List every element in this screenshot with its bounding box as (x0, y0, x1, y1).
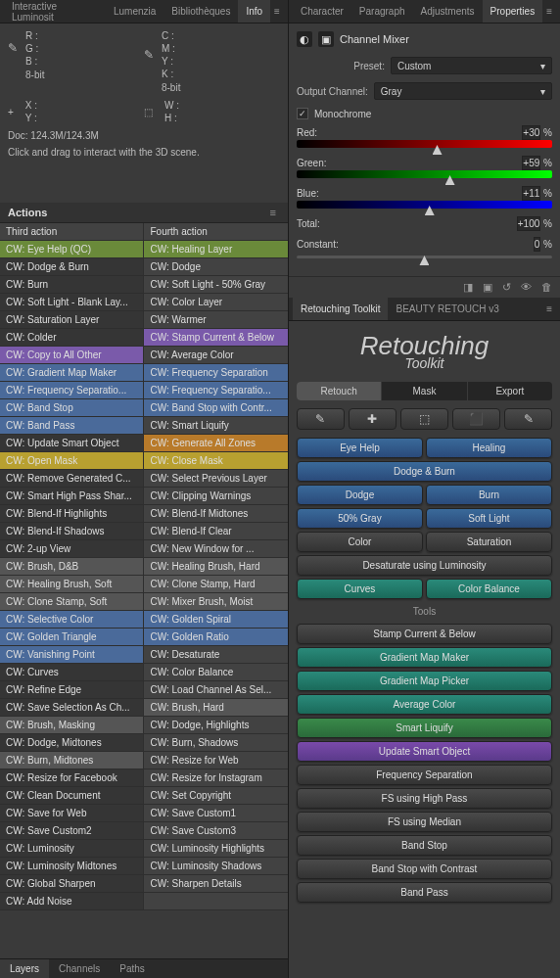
action-cell[interactable]: CW: Healing Brush, Hard (144, 558, 287, 575)
tab-adjustments[interactable]: Adjustments (413, 0, 483, 23)
action-cell[interactable]: CW: Gradient Map Maker (0, 364, 144, 381)
action-cell[interactable]: CW: Selective Color (0, 611, 144, 628)
rt-button[interactable]: Gradient Map Maker (297, 647, 552, 668)
action-cell[interactable]: CW: Average Color (144, 347, 287, 363)
action-cell[interactable]: CW: Blend-If Midtones (144, 505, 287, 522)
actions-list[interactable]: Third actionFourth actionCW: Eye Help (Q… (0, 223, 288, 958)
action-cell[interactable]: CW: Clone Stamp, Soft (0, 593, 144, 610)
rt-button[interactable]: FS using High Pass (297, 788, 552, 809)
slider[interactable] (297, 170, 552, 178)
tab-properties[interactable]: Properties (483, 0, 543, 23)
rt-button[interactable]: Band Pass (297, 882, 552, 903)
preset-select[interactable]: Custom▾ (391, 57, 552, 74)
clip-icon[interactable]: ◨ (463, 281, 473, 294)
rt-button[interactable]: Band Stop with Contrast (297, 859, 552, 879)
action-cell[interactable]: CW: Colder (0, 329, 144, 346)
action-cell[interactable]: CW: Global Sharpen (0, 875, 144, 892)
action-cell[interactable]: CW: Smart High Pass Shar... (0, 488, 144, 504)
rt-button[interactable]: Update Smart Object (297, 741, 552, 762)
rt-button[interactable]: Band Stop (297, 835, 552, 856)
tool-icon[interactable]: ✚ (349, 408, 397, 430)
action-cell[interactable]: CW: Resize for Facebook (0, 769, 144, 786)
action-cell[interactable]: CW: Golden Spiral (144, 611, 287, 628)
action-cell[interactable]: CW: Frequency Separatio... (144, 382, 287, 398)
tab-retouch[interactable]: BEAUTY RETOUCH v3 (388, 298, 506, 320)
action-cell[interactable]: CW: Vanishing Point (0, 646, 144, 663)
mode-export[interactable]: Export (468, 382, 552, 400)
tab-retouch[interactable]: Retouching Toolkit (293, 298, 389, 320)
action-cell[interactable]: CW: Save Selection As Ch... (0, 699, 144, 716)
tab-character[interactable]: Character (293, 0, 351, 23)
action-cell[interactable]: CW: Resize for Instagram (144, 769, 287, 786)
action-cell[interactable]: CW: Eye Help (QC) (0, 241, 144, 257)
rt-button[interactable]: 50% Gray (297, 508, 423, 529)
action-cell[interactable]: CW: Load Channel As Sel... (144, 681, 287, 698)
menu-icon[interactable]: ≡ (542, 303, 556, 314)
visibility-icon[interactable]: 👁 (521, 281, 532, 294)
action-cell[interactable]: CW: Save Custom1 (144, 805, 287, 821)
action-cell[interactable]: CW: Blend-If Highlights (0, 505, 144, 522)
menu-icon[interactable]: ≡ (270, 6, 284, 17)
rt-button[interactable]: Smart Liquify (297, 718, 552, 738)
action-cell[interactable]: CW: Burn (0, 276, 144, 293)
rt-button[interactable]: FS using Median (297, 812, 552, 832)
tool-icon[interactable]: ✎ (504, 408, 552, 430)
action-cell[interactable]: CW: Refine Edge (0, 681, 144, 698)
mode-mask[interactable]: Mask (382, 382, 467, 400)
rt-button[interactable]: Gradient Map Picker (297, 671, 552, 691)
rt-button[interactable]: Color (297, 532, 423, 552)
action-cell[interactable]: CW: Brush, D&B (0, 558, 144, 575)
action-cell[interactable]: CW: Generate All Zones (144, 435, 287, 451)
action-cell[interactable]: CW: Dodge, Midtones (0, 734, 144, 751)
tab-paths[interactable]: Paths (110, 959, 155, 978)
action-cell[interactable]: CW: Update Smart Object (0, 435, 144, 451)
action-cell[interactable]: CW: Clipping Warnings (144, 488, 287, 504)
slider[interactable] (297, 201, 552, 209)
action-cell[interactable]: CW: Stamp Current & Below (144, 329, 287, 346)
tab-channels[interactable]: Channels (49, 959, 110, 978)
action-cell[interactable]: CW: Close Mask (144, 452, 287, 469)
action-cell[interactable]: CW: Frequency Separatio... (0, 382, 144, 398)
rt-button[interactable]: Dodge & Burn (297, 461, 552, 482)
tool-icon[interactable]: ✎ (297, 408, 345, 430)
action-cell[interactable]: CW: Color Balance (144, 664, 287, 680)
action-cell[interactable]: CW: Band Pass (0, 417, 144, 434)
rt-button[interactable]: Soft Light (426, 508, 552, 529)
tab-layers[interactable]: Layers (0, 959, 49, 978)
action-cell[interactable]: CW: Band Stop (0, 399, 144, 416)
action-cell[interactable]: CW: Open Mask (0, 452, 144, 469)
tab-bibliothèques[interactable]: Bibliothèques (163, 0, 238, 23)
tool-icon[interactable]: ⬚ (400, 408, 448, 430)
action-cell[interactable]: CW: Copy to All Other (0, 347, 144, 363)
mode-retouch[interactable]: Retouch (297, 382, 382, 400)
action-cell[interactable]: CW: Healing Layer (144, 241, 287, 257)
action-cell[interactable]: CW: Blend-If Shadows (0, 523, 144, 539)
trash-icon[interactable]: 🗑 (541, 281, 552, 294)
rt-button[interactable]: Burn (426, 485, 552, 505)
action-cell[interactable]: CW: Golden Triangle (0, 629, 144, 645)
action-cell[interactable]: CW: Luminosity Midtones (0, 858, 144, 874)
action-cell[interactable]: CW: Color Layer (144, 294, 287, 310)
action-cell[interactable]: CW: Soft Light - 50% Gray (144, 276, 287, 293)
action-cell[interactable]: CW: Clone Stamp, Hard (144, 576, 287, 592)
action-cell[interactable]: CW: Golden Ratio (144, 629, 287, 645)
action-cell[interactable]: CW: Luminosity Highlights (144, 840, 287, 857)
action-cell[interactable]: CW: Luminosity (0, 840, 144, 857)
action-cell[interactable]: CW: Save for Web (0, 805, 144, 821)
action-cell[interactable] (144, 893, 287, 909)
reset-icon[interactable]: ↺ (502, 281, 511, 294)
rt-button[interactable]: Color Balance (426, 579, 552, 599)
rt-button[interactable]: Curves (297, 579, 423, 599)
action-cell[interactable]: CW: Soft Light - Blank Lay... (0, 294, 144, 310)
rt-button[interactable]: Average Color (297, 694, 552, 715)
action-cell[interactable]: CW: Dodge, Highlights (144, 717, 287, 733)
action-cell[interactable]: CW: Warmer (144, 311, 287, 328)
action-cell[interactable]: CW: Saturation Layer (0, 311, 144, 328)
view-icon[interactable]: ▣ (483, 281, 492, 294)
action-cell[interactable]: CW: Dodge & Burn (0, 258, 144, 275)
tab-interactive-luminosit[interactable]: Interactive Luminosit (4, 0, 106, 23)
action-cell[interactable]: CW: Desaturate (144, 646, 287, 663)
action-cell[interactable]: CW: Brush, Masking (0, 717, 144, 733)
tab-info[interactable]: Info (238, 0, 270, 23)
action-cell[interactable]: CW: Sharpen Details (144, 875, 287, 892)
